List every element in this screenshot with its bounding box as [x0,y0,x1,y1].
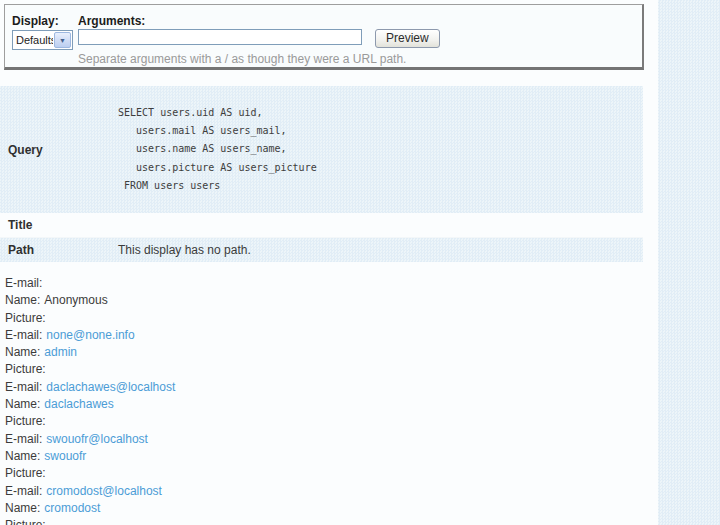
main-content-area: Display: Arguments: Defaults ▼ Preview S… [0,0,658,525]
picture-field-label: Picture: [5,362,46,376]
view-summary: Query SELECT users.uid AS uid, users.mai… [0,86,643,262]
user-email-link[interactable]: cromodost@localhost [46,484,162,498]
user-name-link: Anonymous [44,293,107,307]
user-row: E-mail:swouofr@localhost Name:swouofr Pi… [5,431,658,483]
name-field-label: Name: [5,293,40,307]
display-select-value: Defaults [13,34,53,46]
arguments-row: Preview [78,29,632,48]
email-field: E-mail:swouofr@localhost [5,431,658,448]
email-field: E-mail:daclachawes@localhost [5,379,658,396]
display-select[interactable]: Defaults ▼ [12,30,73,50]
picture-field: Picture: [5,413,658,430]
email-field-label: E-mail: [5,432,42,446]
preview-controls: Display: Arguments: Defaults ▼ Preview S… [4,4,644,70]
picture-field-label: Picture: [5,414,46,428]
arguments-help-text: Separate arguments with a / as though th… [78,52,632,66]
name-field: Name:daclachawes [5,396,658,413]
display-label: Display: [12,14,78,28]
arguments-label: Arguments: [78,14,632,28]
query-label: Query [0,86,118,213]
path-value: This display has no path. [118,238,643,262]
chevron-down-icon[interactable]: ▼ [54,32,71,48]
page-margin-strip [658,0,720,525]
email-field: E-mail:cromodost@localhost [5,483,658,500]
query-sql: SELECT users.uid AS uid, users.mail AS u… [118,91,317,208]
name-field: Name:Anonymous [5,292,658,309]
picture-field-label: Picture: [5,311,46,325]
user-email-link[interactable]: daclachawes@localhost [46,380,175,394]
user-email-link[interactable]: swouofr@localhost [46,432,148,446]
email-field-label: E-mail: [5,484,42,498]
email-field-label: E-mail: [5,328,42,342]
picture-field: Picture: [5,517,658,525]
preview-button[interactable]: Preview [375,29,440,48]
email-field: E-mail: [5,275,658,292]
picture-field-label: Picture: [5,466,46,480]
email-field-label: E-mail: [5,276,42,290]
title-row: Title [0,213,643,238]
email-field-label: E-mail: [5,380,42,394]
title-value [118,213,643,237]
title-label: Title [0,213,118,237]
picture-field: Picture: [5,310,658,327]
path-row: Path This display has no path. [0,238,643,262]
user-row: E-mail:none@none.info Name:admin Picture… [5,327,658,379]
name-field: Name:cromodost [5,500,658,517]
user-name-link[interactable]: daclachawes [44,397,113,411]
arguments-input[interactable] [78,29,362,45]
picture-field: Picture: [5,465,658,482]
name-field: Name:admin [5,344,658,361]
view-content: E-mail: Name:Anonymous Picture: E-mail:n… [0,275,658,525]
name-field-label: Name: [5,345,40,359]
name-field-label: Name: [5,501,40,515]
user-name-link[interactable]: admin [44,345,77,359]
user-name-link[interactable]: cromodost [44,501,100,515]
page-background: { "colors": { "link": "#4b9cd6", "row_bl… [0,0,720,525]
email-field: E-mail:none@none.info [5,327,658,344]
name-field-label: Name: [5,397,40,411]
name-field: Name:swouofr [5,448,658,465]
picture-field-label: Picture: [5,518,46,525]
user-row: E-mail:daclachawes@localhost Name:daclac… [5,379,658,431]
user-name-link[interactable]: swouofr [44,449,86,463]
name-field-label: Name: [5,449,40,463]
user-row: E-mail: Name:Anonymous Picture: [5,275,658,327]
user-row: E-mail:cromodost@localhost Name:cromodos… [5,483,658,525]
picture-field: Picture: [5,361,658,378]
user-email-link[interactable]: none@none.info [46,328,134,342]
query-row: Query SELECT users.uid AS uid, users.mai… [0,86,643,213]
path-label: Path [0,238,118,262]
